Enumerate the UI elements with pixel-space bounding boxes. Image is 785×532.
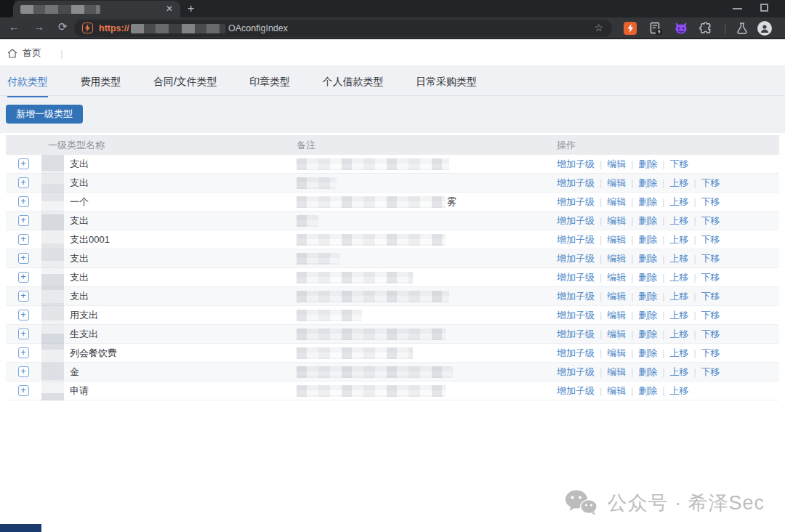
lightning-extension-icon[interactable] (624, 22, 637, 35)
window-maximize-icon[interactable] (760, 4, 768, 12)
action-add-child-link[interactable]: 增加子级 (557, 233, 595, 246)
action-down-link[interactable]: 下移 (701, 366, 720, 379)
back-icon[interactable]: ← (9, 20, 20, 33)
address-bar[interactable]: https:// OAconfigIndex ☆ (74, 20, 612, 37)
expand-plus-icon[interactable]: + (18, 234, 29, 245)
action-edit-link[interactable]: 编辑 (607, 158, 626, 171)
action-up-link[interactable]: 上移 (669, 309, 688, 322)
action-up-link[interactable]: 上移 (669, 366, 688, 379)
action-add-child-link[interactable]: 增加子级 (557, 347, 595, 360)
devil-extension-icon[interactable] (675, 22, 688, 35)
action-down-link[interactable]: 下移 (701, 196, 720, 209)
expand-plus-icon[interactable]: + (18, 253, 29, 264)
new-tab-icon[interactable]: + (188, 1, 194, 16)
expand-plus-icon[interactable]: + (18, 310, 29, 321)
tab-personal-loan-type[interactable]: 个人借款类型 (323, 76, 384, 96)
flask-icon[interactable] (736, 22, 749, 35)
action-delete-link[interactable]: 删除 (638, 271, 657, 284)
action-down-link[interactable]: 下移 (701, 347, 720, 360)
action-down-link[interactable]: 下移 (669, 158, 688, 171)
action-add-child-link[interactable]: 增加子级 (557, 328, 595, 341)
action-up-link[interactable]: 上移 (669, 196, 688, 209)
action-delete-link[interactable]: 删除 (638, 290, 657, 303)
action-add-child-link[interactable]: 增加子级 (557, 384, 595, 398)
reload-icon[interactable]: ⟳ (58, 20, 68, 33)
tab-expense-type[interactable]: 费用类型 (80, 76, 121, 96)
expand-plus-icon[interactable]: + (18, 196, 29, 207)
action-add-child-link[interactable]: 增加子级 (557, 252, 595, 265)
expand-plus-icon[interactable]: + (18, 329, 29, 339)
home-icon[interactable] (7, 49, 17, 58)
add-top-level-type-button[interactable]: 新增一级类型 (6, 105, 83, 124)
action-delete-link[interactable]: 删除 (638, 158, 657, 171)
card-extension-icon[interactable]: 9 (649, 22, 662, 35)
action-edit-link[interactable]: 编辑 (607, 177, 626, 190)
tab-daily-purchase-type[interactable]: 日常采购类型 (416, 76, 477, 96)
action-up-link[interactable]: 上移 (669, 347, 688, 360)
action-edit-link[interactable]: 编辑 (607, 214, 626, 227)
action-down-link[interactable]: 下移 (701, 177, 720, 190)
action-add-child-link[interactable]: 增加子级 (557, 309, 595, 322)
action-delete-link[interactable]: 删除 (638, 328, 657, 341)
action-add-child-link[interactable]: 增加子级 (557, 290, 595, 303)
action-add-child-link[interactable]: 增加子级 (557, 196, 595, 209)
extensions-puzzle-icon[interactable] (699, 22, 712, 35)
tab-payment-type[interactable]: 付款类型 (7, 76, 48, 97)
action-edit-link[interactable]: 编辑 (607, 366, 626, 379)
expand-plus-icon[interactable]: + (18, 291, 29, 302)
action-down-link[interactable]: 下移 (701, 233, 720, 246)
action-delete-link[interactable]: 删除 (638, 177, 657, 190)
breadcrumb-home[interactable]: 首页 (23, 47, 41, 60)
expand-plus-icon[interactable]: + (18, 272, 29, 283)
expand-plus-icon[interactable]: + (18, 215, 29, 226)
action-delete-link[interactable]: 删除 (638, 366, 657, 379)
action-delete-link[interactable]: 删除 (638, 347, 657, 360)
action-edit-link[interactable]: 编辑 (607, 196, 626, 209)
expand-plus-icon[interactable]: + (18, 177, 29, 188)
tab-contract-file-type[interactable]: 合同/文件类型 (153, 76, 217, 96)
action-down-link[interactable]: 下移 (701, 214, 720, 227)
action-down-link[interactable]: 下移 (701, 271, 720, 284)
expand-plus-icon[interactable]: + (18, 385, 29, 396)
action-up-link[interactable]: 上移 (669, 252, 688, 265)
action-delete-link[interactable]: 删除 (638, 309, 657, 322)
action-delete-link[interactable]: 删除 (638, 384, 657, 398)
forward-icon[interactable]: → (33, 20, 44, 33)
action-down-link[interactable]: 下移 (701, 309, 720, 322)
tab-close-icon[interactable]: ✕ (166, 4, 173, 14)
action-up-link[interactable]: 上移 (669, 214, 688, 227)
expand-plus-icon[interactable]: + (18, 366, 29, 377)
expand-plus-icon[interactable]: + (18, 347, 29, 358)
action-edit-link[interactable]: 编辑 (607, 328, 626, 341)
expand-plus-icon[interactable]: + (18, 158, 29, 169)
action-edit-link[interactable]: 编辑 (607, 309, 626, 322)
action-up-link[interactable]: 上移 (669, 290, 688, 303)
action-add-child-link[interactable]: 增加子级 (557, 366, 595, 379)
action-edit-link[interactable]: 编辑 (607, 271, 626, 284)
action-delete-link[interactable]: 删除 (638, 196, 657, 209)
action-delete-link[interactable]: 删除 (638, 252, 657, 265)
action-up-link[interactable]: 上移 (669, 177, 688, 190)
action-delete-link[interactable]: 删除 (638, 214, 657, 227)
action-up-link[interactable]: 上移 (669, 233, 688, 246)
window-minimize-icon[interactable] (733, 8, 742, 9)
action-add-child-link[interactable]: 增加子级 (557, 158, 595, 171)
action-delete-link[interactable]: 删除 (638, 233, 657, 246)
action-up-link[interactable]: 上移 (669, 384, 688, 398)
action-edit-link[interactable]: 编辑 (607, 384, 626, 398)
action-up-link[interactable]: 上移 (669, 271, 688, 284)
action-edit-link[interactable]: 编辑 (607, 233, 626, 246)
action-edit-link[interactable]: 编辑 (607, 252, 626, 265)
action-down-link[interactable]: 下移 (701, 252, 720, 265)
action-down-link[interactable]: 下移 (701, 328, 720, 341)
action-edit-link[interactable]: 编辑 (607, 290, 626, 303)
site-lightning-icon[interactable] (82, 23, 93, 33)
browser-tab[interactable]: ✕ (13, 1, 180, 17)
bookmark-star-icon[interactable]: ☆ (594, 22, 603, 33)
action-down-link[interactable]: 下移 (701, 290, 720, 303)
action-up-link[interactable]: 上移 (669, 328, 688, 341)
action-add-child-link[interactable]: 增加子级 (557, 214, 595, 227)
action-edit-link[interactable]: 编辑 (607, 347, 626, 360)
tab-seal-type[interactable]: 印章类型 (249, 76, 290, 96)
action-add-child-link[interactable]: 增加子级 (557, 177, 595, 190)
